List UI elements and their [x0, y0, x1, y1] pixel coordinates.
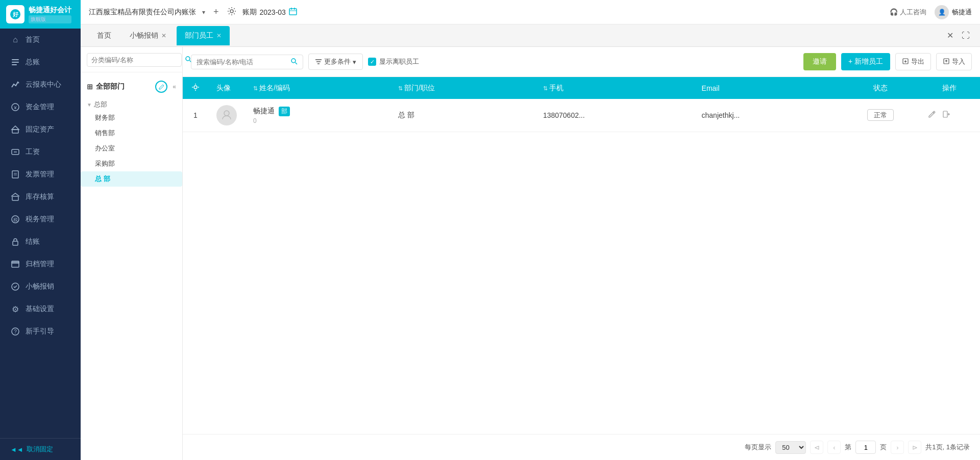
dept-child-office[interactable]: 办公室	[81, 141, 182, 156]
sidebar-item-label: 基础设置	[26, 304, 54, 314]
status-badge: 正常	[867, 109, 894, 121]
show-resigned-label[interactable]: ✓ 显示离职员工	[368, 57, 419, 66]
add-employee-label: + 新增员工	[848, 57, 883, 66]
employee-search-input[interactable]	[197, 58, 290, 66]
guide-icon: ?	[10, 326, 20, 337]
page-size-label: 每页显示	[745, 443, 771, 452]
dept-edit-button[interactable]	[155, 81, 167, 93]
dept-child-purchasing[interactable]: 采购部	[81, 156, 182, 171]
maximize-tab-button[interactable]: ⛶	[960, 29, 972, 42]
next-page-button[interactable]: ›	[891, 441, 904, 454]
support-button[interactable]: 🎧 人工咨询	[890, 8, 926, 17]
page-number-input[interactable]	[855, 441, 876, 454]
unpin-icon: ◄◄	[10, 446, 23, 453]
col-sort-icon: ⇅	[543, 85, 549, 91]
app-badge: 旗舰版	[29, 15, 71, 23]
sidebar-item-settings[interactable]: ⚙ 基础设置	[0, 298, 81, 320]
sidebar-item-label: 固定资产	[26, 125, 54, 134]
col-settings[interactable]	[183, 77, 208, 99]
dept-child-general[interactable]: 总 部	[81, 171, 182, 187]
page-suffix: 页	[880, 443, 887, 452]
sidebar-item-home[interactable]: ⌂ 首页	[0, 29, 81, 51]
dept-search-input[interactable]	[87, 53, 182, 67]
sidebar-item-tax[interactable]: 税 税务管理	[0, 208, 81, 231]
sidebar-item-label: 资金管理	[26, 103, 54, 112]
tab-expense[interactable]: 小畅报销 ✕	[121, 26, 175, 45]
add-employee-button[interactable]: + 新增员工	[841, 53, 890, 70]
user-name: 畅捷通	[952, 8, 972, 17]
tab-label: 小畅报销	[130, 31, 158, 40]
tab-employees[interactable]: 部门员工 ✕	[177, 26, 230, 45]
dept-label: 采购部	[95, 159, 115, 168]
more-filter-button[interactable]: 更多条件 ▾	[308, 54, 363, 70]
last-page-button[interactable]: ⊳	[908, 441, 921, 454]
inventory-icon	[10, 192, 20, 202]
sidebar-item-inventory[interactable]: 库存核算	[0, 186, 81, 208]
tab-close-icon[interactable]: ✕	[161, 32, 166, 39]
svg-rect-24	[289, 9, 297, 15]
dept-collapse-icon[interactable]: «	[173, 83, 176, 90]
sidebar-item-assets-mgmt[interactable]: ¥ 资金管理	[0, 96, 81, 118]
col-dept-position[interactable]: ⇅ 部门/职位	[390, 77, 535, 99]
close-tab-button[interactable]: ✕	[945, 29, 955, 42]
dept-child-sales[interactable]: 销售部	[81, 125, 182, 141]
all-departments-row[interactable]: ⊞ 全部部门 «	[81, 76, 182, 97]
sidebar-item-label: 总账	[26, 58, 40, 67]
total-records: 共1页, 1条记录	[925, 443, 970, 452]
employee-search-box[interactable]	[191, 55, 303, 69]
pagination: 每页显示 50 10 20 100 ⊲ ‹ 第 页 › ⊳ 共1页, 1条记录	[183, 434, 980, 460]
sidebar-item-reports[interactable]: 云报表中心	[0, 73, 81, 96]
archive-icon	[10, 259, 20, 269]
tab-label: 部门员工	[185, 31, 213, 40]
sidebar-item-guide[interactable]: ? 新手引导	[0, 320, 81, 343]
sidebar-item-label: 归档管理	[26, 260, 54, 269]
edit-button[interactable]	[927, 109, 937, 121]
prev-page-button[interactable]: ‹	[827, 441, 841, 454]
row-department: 总 部	[390, 99, 535, 132]
logout-button[interactable]	[941, 109, 951, 121]
col-name-code[interactable]: ⇅ 姓名/编码	[245, 77, 390, 99]
sidebar-item-close[interactable]: 结账	[0, 231, 81, 253]
sidebar-item-invoice[interactable]: 发票管理	[0, 163, 81, 186]
sidebar-item-ledger[interactable]: 总账	[0, 51, 81, 73]
company-dropdown-arrow[interactable]: ▾	[202, 9, 205, 16]
tab-close-icon[interactable]: ✕	[216, 32, 222, 39]
tab-home[interactable]: 首页	[89, 26, 119, 45]
export-button[interactable]: 导出	[895, 53, 931, 70]
show-resigned-checkbox[interactable]: ✓	[368, 58, 376, 66]
filter-dropdown-icon: ▾	[353, 58, 356, 66]
sidebar-item-salary[interactable]: 工资	[0, 141, 81, 163]
export-label: 导出	[911, 57, 924, 66]
assets-mgmt-icon: ¥	[10, 102, 20, 112]
period-display: 账期 2023-03	[242, 7, 297, 17]
col-status: 状态	[842, 77, 919, 99]
main-nav: ⌂ 首页 总账 云报表中心 ¥ 资金管理 固定资产	[0, 29, 81, 438]
sidebar-item-archive[interactable]: 归档管理	[0, 253, 81, 275]
svg-point-23	[230, 10, 233, 13]
dept-child-finance[interactable]: 财务部	[81, 110, 182, 125]
employee-search-icon[interactable]	[290, 58, 298, 66]
col-phone[interactable]: ⇅ 手机	[535, 77, 694, 99]
first-page-button[interactable]: ⊲	[810, 441, 823, 454]
user-avatar: 👤	[935, 5, 949, 19]
tax-icon: 税	[10, 214, 20, 224]
user-menu[interactable]: 👤 畅捷通	[935, 5, 972, 19]
dept-label: 销售部	[95, 129, 115, 138]
tab-label: 首页	[97, 31, 111, 40]
sidebar-item-expense[interactable]: 小畅报销	[0, 275, 81, 298]
dept-parent-hq[interactable]: ▼ 总部	[81, 97, 182, 110]
svg-text:¥: ¥	[13, 105, 17, 110]
add-company-button[interactable]: +	[211, 7, 221, 17]
svg-marker-8	[12, 126, 19, 130]
import-button[interactable]: 导入	[936, 53, 972, 70]
filter-label: 更多条件	[324, 57, 351, 66]
page-prefix: 第	[845, 443, 851, 452]
dept-label: 总 部	[95, 174, 110, 184]
page-size-select[interactable]: 50 10 20 100	[775, 441, 806, 454]
svg-rect-14	[12, 196, 18, 200]
sidebar-item-fixed-assets[interactable]: 固定资产	[0, 118, 81, 141]
invite-button[interactable]: 邀请	[803, 53, 836, 70]
col-sort-icon: ⇅	[253, 85, 259, 91]
unpin-button[interactable]: ◄◄ 取消固定	[0, 438, 81, 460]
company-settings-button[interactable]	[227, 7, 236, 18]
